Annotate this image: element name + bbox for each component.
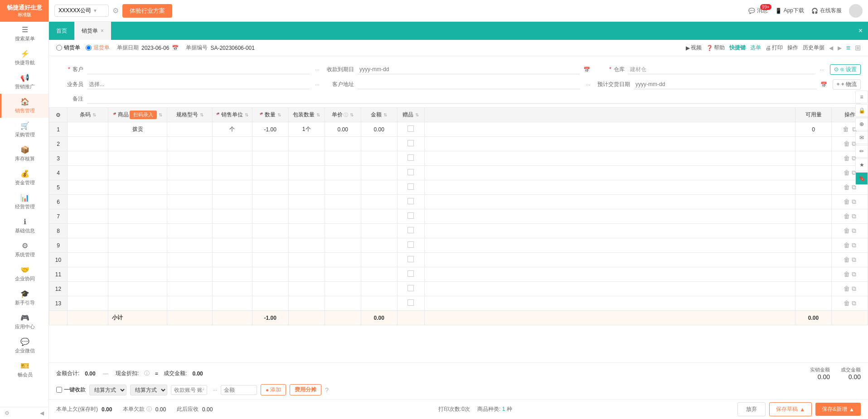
- radio-sale[interactable]: 销货单: [56, 44, 80, 52]
- setting-button[interactable]: ⊙ ⊙ 设置: [830, 64, 861, 75]
- gift-checkbox[interactable]: [407, 198, 414, 204]
- product-types-value[interactable]: 1: [502, 406, 505, 412]
- view-grid-icon[interactable]: ⊞: [855, 43, 861, 52]
- delete-icon[interactable]: 🗑: [844, 198, 850, 205]
- row-unit[interactable]: 个: [213, 122, 252, 137]
- sidebar-item-wechat[interactable]: 💬 企业微信: [0, 334, 48, 358]
- sidebar-collapse-icon[interactable]: ◀: [40, 410, 44, 416]
- tab-sales[interactable]: 销货单 ×: [74, 22, 111, 40]
- float-zoom-btn[interactable]: ⊕: [855, 118, 868, 130]
- row-price[interactable]: 0.00: [325, 122, 361, 137]
- history-btn[interactable]: 历史单据: [803, 44, 824, 52]
- payment-amount-input[interactable]: [221, 385, 257, 395]
- sidebar-settings-icon[interactable]: ⚙: [5, 410, 10, 416]
- select-btn[interactable]: 选单: [750, 44, 761, 52]
- delete-icon[interactable]: 🗑: [844, 241, 850, 249]
- copy-icon[interactable]: ⧉: [852, 227, 856, 234]
- delete-icon[interactable]: 🗑: [844, 183, 850, 191]
- customer-addr-dots-btn[interactable]: ···: [586, 82, 590, 88]
- help-btn[interactable]: ❓ 帮助: [706, 44, 725, 52]
- save-new-button[interactable]: 保存&新增 ▲: [815, 403, 861, 416]
- prev-icon[interactable]: ◀: [829, 45, 833, 51]
- delivery-date-input[interactable]: [634, 80, 817, 89]
- gift-checkbox[interactable]: [407, 212, 414, 219]
- sidebar-item-inventory[interactable]: 📦 库存核算: [0, 142, 48, 166]
- delete-icon[interactable]: 🗑: [844, 256, 850, 263]
- copy-icon[interactable]: ⧉: [852, 212, 856, 220]
- sidebar-item-finance[interactable]: 💰 资金管理: [0, 166, 48, 190]
- shortcut-btn[interactable]: 快捷键: [729, 44, 746, 52]
- float-edit-btn[interactable]: ✏: [855, 145, 868, 158]
- qty-sort-icon[interactable]: ⇅: [277, 112, 281, 117]
- sidebar-item-marketing[interactable]: 📢 营销推广: [0, 70, 48, 94]
- sidebar-item-operation[interactable]: 📊 经营管理: [0, 190, 48, 214]
- row-spec[interactable]: [167, 122, 213, 137]
- delete-icon[interactable]: 🗑: [844, 270, 850, 278]
- sidebar-item-basic-info[interactable]: ℹ 基础信息: [0, 214, 48, 238]
- warehouse-dots-btn[interactable]: ···: [820, 67, 824, 73]
- payment-method-select2[interactable]: 结算方式: [130, 385, 167, 395]
- print-btn[interactable]: 🖨 打印: [766, 44, 783, 52]
- row-gift[interactable]: [397, 122, 424, 137]
- next-icon[interactable]: ▶: [838, 45, 842, 51]
- amount-sort-icon[interactable]: ⇅: [383, 112, 387, 117]
- row-qty[interactable]: -1.00: [252, 122, 288, 137]
- message-item[interactable]: 💬 消息 99+: [748, 7, 768, 14]
- delete-icon[interactable]: 🗑: [843, 125, 849, 133]
- one-click-pay-checkbox[interactable]: 一键收款: [56, 386, 86, 394]
- tab-home[interactable]: 首页: [49, 22, 74, 40]
- pkg-sort-icon[interactable]: ⇅: [316, 112, 320, 117]
- gift-checkbox[interactable]: [407, 285, 414, 291]
- date-picker-icon[interactable]: 📅: [172, 45, 179, 51]
- gift-checkbox[interactable]: [407, 125, 414, 132]
- sidebar-item-purchase[interactable]: 🛒 采购管理: [0, 118, 48, 142]
- price-sort-icon[interactable]: ⇅: [350, 112, 354, 117]
- sidebar-item-apps[interactable]: 🎮 应用中心: [0, 310, 48, 334]
- salesperson-input[interactable]: [87, 80, 310, 89]
- row-amount[interactable]: 0.00: [361, 122, 397, 137]
- sidebar-item-enterprise[interactable]: 🤝 企业协同: [0, 262, 48, 286]
- one-click-pay-input[interactable]: [56, 387, 62, 393]
- copy-icon[interactable]: ⧉: [852, 270, 856, 278]
- delivery-date-calendar-icon[interactable]: 📅: [820, 82, 827, 88]
- delete-icon[interactable]: 🗑: [844, 154, 850, 162]
- gift-checkbox[interactable]: [407, 140, 414, 146]
- radio-return[interactable]: 退货单: [86, 44, 110, 52]
- payment-method-select[interactable]: 结算方式: [89, 385, 126, 395]
- expense-button[interactable]: 费用分摊: [290, 384, 321, 395]
- salesperson-dots-btn[interactable]: ···: [315, 82, 320, 88]
- sidebar-item-system[interactable]: ⚙ 系统管理: [0, 238, 48, 262]
- barcode-sort-icon[interactable]: ⇅: [92, 112, 96, 117]
- gift-checkbox[interactable]: [407, 227, 414, 233]
- delete-icon[interactable]: 🗑: [844, 212, 850, 220]
- customer-input[interactable]: [87, 65, 310, 74]
- gift-checkbox[interactable]: [407, 299, 414, 306]
- float-list-btn[interactable]: ≡: [855, 91, 868, 103]
- settings-gear-icon[interactable]: ⚙: [112, 6, 119, 15]
- gift-sort-icon[interactable]: ⇅: [415, 112, 419, 117]
- delete-icon[interactable]: 🗑: [844, 169, 850, 176]
- row-pkg[interactable]: 1个: [288, 122, 325, 137]
- radio-sale-input[interactable]: [56, 45, 62, 51]
- discard-button[interactable]: 放弃: [737, 402, 766, 416]
- gift-checkbox[interactable]: [407, 270, 414, 277]
- radio-return-input[interactable]: [86, 45, 92, 51]
- delete-icon[interactable]: 🗑: [844, 140, 850, 147]
- float-star-btn[interactable]: ★: [855, 159, 868, 171]
- due-date-calendar-icon[interactable]: 📅: [583, 67, 590, 73]
- view-list-icon[interactable]: ≡: [846, 44, 850, 52]
- delete-icon[interactable]: 🗑: [844, 299, 850, 307]
- copy-icon[interactable]: ⧉: [852, 299, 856, 307]
- copy-icon[interactable]: ⧉: [852, 256, 856, 263]
- float-message-btn[interactable]: ✉: [855, 131, 868, 144]
- add-payment-button[interactable]: ● 添加: [261, 384, 286, 395]
- operate-btn[interactable]: 操作: [787, 44, 798, 52]
- sidebar-item-search[interactable]: ☰ 搜索菜单: [0, 22, 48, 46]
- trial-button[interactable]: 体验行业方案: [122, 4, 172, 18]
- scan-button[interactable]: 扫码录入: [130, 111, 157, 119]
- payment-account-input[interactable]: [171, 385, 207, 395]
- online-service-item[interactable]: 🎧 在线客服: [811, 7, 842, 14]
- th-config[interactable]: ⚙: [49, 108, 68, 122]
- copy-icon[interactable]: ⧉: [852, 198, 856, 205]
- app-download-item[interactable]: 📱 App下载: [775, 7, 804, 14]
